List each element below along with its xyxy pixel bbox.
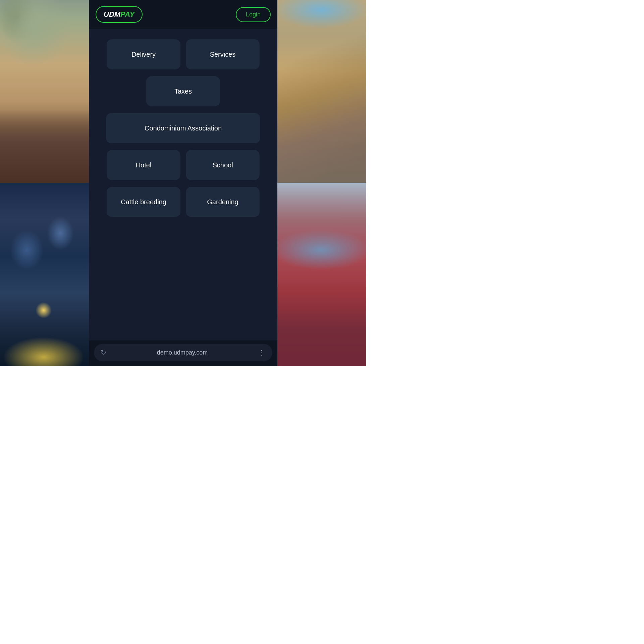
photo-bottom-right — [277, 183, 366, 366]
row-4: Hotel School — [96, 150, 271, 180]
photo-top-left — [0, 0, 89, 183]
content-area: Delivery Services Taxes Condominium Asso… — [89, 29, 277, 340]
header: UDM PAY Login — [89, 0, 277, 29]
refresh-icon[interactable]: ↻ — [101, 348, 106, 357]
logo-udm-text: UDM — [104, 10, 120, 19]
condo-button[interactable]: Condominium Association — [106, 113, 260, 143]
url-text[interactable]: demo.udmpay.com — [110, 349, 254, 356]
delivery-button[interactable]: Delivery — [107, 39, 180, 69]
logo-pay-text: PAY — [120, 10, 135, 19]
photo-top-right — [277, 0, 366, 183]
row-2: Taxes — [96, 76, 271, 106]
row-3: Condominium Association — [96, 113, 271, 143]
logo-button[interactable]: UDM PAY — [96, 6, 143, 23]
login-button[interactable]: Login — [236, 7, 271, 22]
row-5: Cattle breeding Gardening — [96, 187, 271, 217]
app-panel: UDM PAY Login Delivery Services Taxes Co… — [89, 0, 277, 366]
hotel-button[interactable]: Hotel — [107, 150, 180, 180]
taxes-button[interactable]: Taxes — [146, 76, 220, 106]
cattle-button[interactable]: Cattle breeding — [107, 187, 180, 217]
school-button[interactable]: School — [186, 150, 260, 180]
photo-bottom-left — [0, 183, 89, 366]
row-1: Delivery Services — [96, 39, 271, 69]
services-button[interactable]: Services — [186, 39, 260, 69]
more-options-icon[interactable]: ⋮ — [258, 348, 266, 357]
browser-bar: ↻ demo.udmpay.com ⋮ — [94, 344, 272, 361]
gardening-button[interactable]: Gardening — [186, 187, 260, 217]
